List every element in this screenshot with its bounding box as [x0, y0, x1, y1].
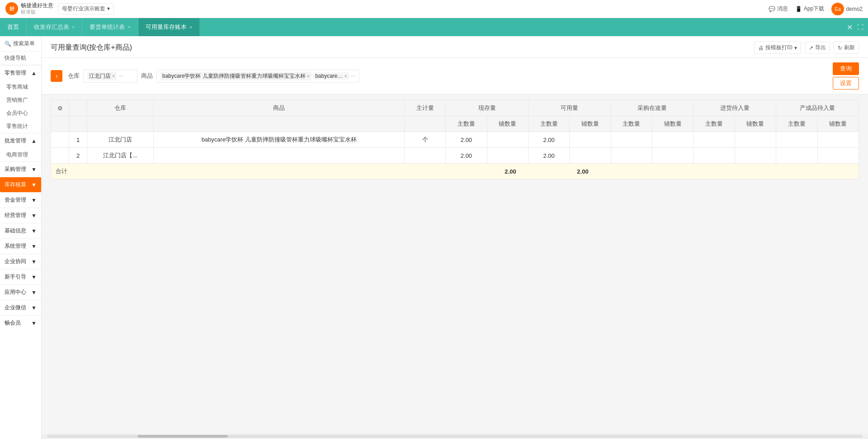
tab-order-stats[interactable]: 要货单统计表 × — [82, 18, 138, 36]
td-settings — [51, 132, 69, 148]
filter-toggle-btn[interactable]: › — [51, 70, 62, 82]
warehouse-more-icon[interactable]: ··· — [118, 73, 123, 79]
goods-tag2: babycare… × — [313, 72, 349, 80]
th-inc-aux: 辅数量 — [735, 116, 776, 132]
footer-label: 合计 — [56, 167, 128, 175]
message-icon: 💬 — [769, 6, 775, 12]
th-current-aux: 辅数量 — [487, 116, 528, 132]
warehouse-tag: 江北门店 × — [87, 72, 117, 80]
sidebar-section-retail[interactable]: 零售管理 ▲ — [0, 65, 41, 80]
tab-close-receive[interactable]: × — [72, 24, 75, 30]
export-icon: ↗ — [809, 45, 813, 51]
sidebar-section-finance[interactable]: 资金管理 ▼ — [0, 192, 41, 208]
chevron-down-icon10: ▼ — [31, 305, 37, 311]
sidebar: 🔍 搜索菜单 快捷导航 零售管理 ▲ 零售商城 营销推广 会员中心 零售统计 批… — [0, 36, 42, 439]
th-settings[interactable]: ⚙ — [51, 100, 69, 116]
expand-btn[interactable]: ⛶ — [857, 24, 863, 31]
td-prod-main — [776, 148, 817, 164]
chevron-down-icon4: ▼ — [31, 212, 37, 219]
td-inc-main — [693, 148, 735, 164]
sidebar-item-retail-mall[interactable]: 零售商城 — [0, 80, 41, 94]
td-prod-aux — [817, 148, 859, 164]
print-dropdown-icon: ▾ — [794, 45, 797, 51]
sidebar-section-system[interactable]: 系统管理 ▼ — [0, 238, 41, 254]
tab-home[interactable]: 首页 — [0, 18, 27, 36]
sidebar-item-marketing[interactable]: 营销推广 — [0, 94, 41, 107]
close-all-btn[interactable]: ✕ — [847, 23, 853, 32]
th-current-main: 主数量 — [446, 116, 487, 132]
tab-close-order[interactable]: × — [127, 24, 130, 30]
td-warehouse: 江北门店【... — [87, 148, 154, 164]
chevron-down-icon9: ▼ — [31, 289, 37, 296]
th-avail-main: 主数量 — [528, 116, 570, 132]
td-pur-aux — [652, 132, 693, 148]
th-available: 可用量 — [528, 100, 611, 116]
scrollbar-thumb[interactable] — [137, 435, 228, 438]
tab-available-stock[interactable]: 可用量库存账本 × — [138, 18, 200, 36]
refresh-icon: ↻ — [838, 45, 842, 51]
warehouse-tag-remove[interactable]: × — [112, 73, 115, 79]
sidebar-search[interactable]: 🔍 搜索菜单 — [0, 36, 41, 52]
sidebar-section-basics[interactable]: 基础信息 ▼ — [0, 223, 41, 238]
top-bar: 好 畅捷通好生意 标准版 母婴行业演示账套 ▾ 💬 消息 📱 App下载 Ea … — [0, 0, 868, 18]
th-settings2 — [51, 116, 69, 132]
footer-current-main: 2.00 — [492, 168, 528, 175]
td-prod-aux — [817, 132, 859, 148]
table-row: 1 江北门店 babycare学饮杯 儿童防摔防撞吸管杯重力球吸嘴杯宝宝水杯 个… — [51, 132, 859, 148]
td-current-aux — [487, 148, 528, 164]
goods-more-icon[interactable]: ··· — [351, 73, 355, 79]
export-btn[interactable]: ↗ 导出 — [805, 42, 830, 54]
sidebar-quick-nav[interactable]: 快捷导航 — [0, 52, 41, 65]
goods-label: 商品 — [141, 72, 153, 80]
sidebar-section-inventory[interactable]: 库存核算 ▼ — [0, 177, 41, 192]
chevron-down-icon7: ▼ — [31, 259, 37, 265]
main-layout: 🔍 搜索菜单 快捷导航 零售管理 ▲ 零售商城 营销推广 会员中心 零售统计 批… — [0, 36, 868, 439]
sidebar-section-member[interactable]: 畅会员 ▼ — [0, 315, 41, 330]
sidebar-item-members[interactable]: 会员中心 — [0, 107, 41, 120]
tab-close-available[interactable]: × — [189, 24, 192, 30]
th-unit: 主计量 — [404, 100, 445, 116]
sidebar-item-ecommerce[interactable]: 电商管理 — [0, 148, 41, 161]
sidebar-section-operations[interactable]: 经营管理 ▼ — [0, 208, 41, 223]
sidebar-item-retail-stats[interactable]: 零售统计 — [0, 120, 41, 133]
sidebar-section-apps[interactable]: 应用中心 ▼ — [0, 284, 41, 300]
td-inc-aux — [735, 148, 776, 164]
goods-tag: babycare学饮杯 儿童防摔防撞吸管杯重力球吸嘴杯宝宝水杯 × — [160, 72, 311, 80]
app-download-btn[interactable]: 📱 App下载 — [795, 5, 824, 13]
warehouse-input[interactable]: 江北门店 × ··· — [83, 70, 137, 83]
td-goods: babycare学饮杯 儿童防摔防撞吸管杯重力球吸嘴杯宝宝水杯 — [154, 132, 404, 148]
query-btn[interactable]: 查询 — [833, 62, 859, 75]
scrollbar-area[interactable] — [42, 434, 868, 439]
tab-receive-summary[interactable]: 收发存汇总表 × — [27, 18, 82, 36]
refresh-btn[interactable]: ↻ 刷新 — [834, 42, 859, 54]
goods-tag-remove[interactable]: × — [307, 73, 310, 79]
goods-tag2-remove[interactable]: × — [344, 73, 347, 79]
user-menu[interactable]: Ea demo2 — [831, 3, 863, 15]
goods-input[interactable]: babycare学饮杯 儿童防摔防撞吸管杯重力球吸嘴杯宝宝水杯 × babyca… — [156, 70, 359, 83]
sidebar-section-purchase[interactable]: 采购管理 ▼ — [0, 161, 41, 177]
logo-subtext: 标准版 — [21, 9, 53, 15]
print-btn[interactable]: 🖨 按模板打印 ▾ — [754, 42, 801, 54]
chevron-down-icon8: ▼ — [31, 274, 37, 280]
filter-area: › 仓库 江北门店 × ··· 商品 babycare学饮杯 儿童防摔防撞吸管杯… — [42, 58, 868, 94]
scrollbar-track[interactable] — [47, 435, 863, 438]
sidebar-section-newbie[interactable]: 新手引导 ▼ — [0, 269, 41, 284]
sidebar-section-wholesale[interactable]: 批发管理 ▲ — [0, 133, 41, 148]
th-pur-main: 主数量 — [611, 116, 652, 132]
th-goods2 — [154, 116, 404, 132]
industry-selector[interactable]: 母婴行业演示账套 ▾ — [58, 3, 114, 14]
message-btn[interactable]: 💬 消息 — [769, 5, 788, 13]
sidebar-section-wechat[interactable]: 企业微信 ▼ — [0, 300, 41, 315]
settings-btn[interactable]: 设置 — [833, 77, 859, 90]
nav-tabs: 首页 收发存汇总表 × 要货单统计表 × 可用量库存账本 × ✕ ⛶ — [0, 18, 868, 36]
td-inc-aux — [735, 132, 776, 148]
chevron-down-icon: ▼ — [31, 166, 37, 173]
chevron-up-icon: ▲ — [31, 70, 37, 76]
td-pur-main — [611, 132, 652, 148]
td-goods — [154, 148, 404, 164]
td-avail-aux — [570, 132, 611, 148]
footer-avail-main: 2.00 — [565, 168, 601, 175]
warehouse-label: 仓库 — [68, 72, 80, 80]
td-avail-main: 2.00 — [528, 132, 570, 148]
sidebar-section-enterprise[interactable]: 企业协同 ▼ — [0, 254, 41, 269]
